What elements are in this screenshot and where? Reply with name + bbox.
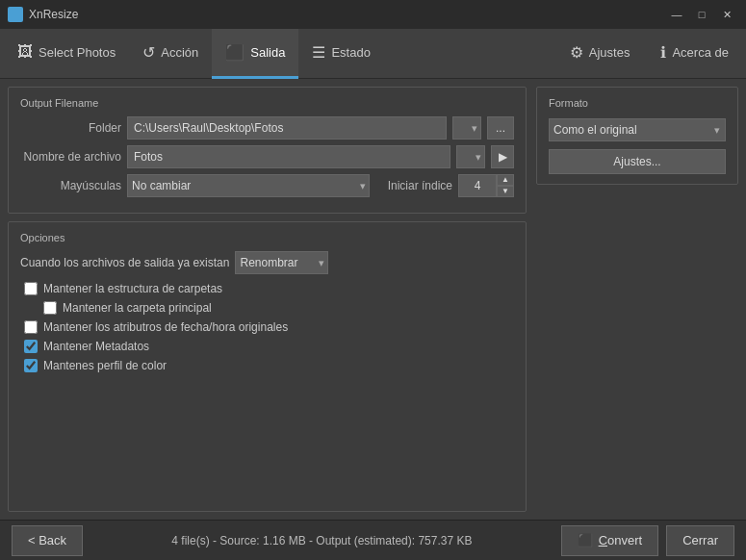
- tab-estado[interactable]: ☰ Estado: [298, 29, 383, 79]
- tab-salida-label: Salida: [250, 45, 285, 60]
- fecha-label: Mantener los atributros de fecha/hora or…: [43, 320, 288, 334]
- info-icon: ℹ: [660, 43, 666, 62]
- tab-accion-label: Acción: [161, 45, 198, 60]
- app-icon: [8, 7, 23, 22]
- metadatos-label: Mantener Metadatos: [43, 340, 149, 353]
- salida-icon: ⬛: [225, 43, 244, 62]
- status-text: 4 file(s) - Source: 1.16 MB - Output (es…: [171, 534, 472, 547]
- spinner-down-button[interactable]: ▼: [497, 186, 514, 197]
- convert-label: Convert: [599, 533, 643, 547]
- formato-title: Formato: [549, 97, 726, 109]
- formato-section: Formato Como el original JPEG PNG BMP TI…: [536, 87, 738, 185]
- spinner-up-button[interactable]: ▲: [497, 174, 514, 186]
- iniciar-input[interactable]: [458, 174, 497, 197]
- nombre-dropdown[interactable]: [456, 145, 485, 168]
- archivo-select[interactable]: Renombrar Sobreescribir Omitir: [235, 251, 328, 274]
- toolbar: 🖼 Select Photos ↺ Acción ⬛ Salida ☰ Esta…: [0, 29, 746, 79]
- perfil-label: Mantenes perfil de color: [43, 359, 167, 372]
- output-filename-title: Output Filename: [20, 97, 514, 109]
- perfil-checkbox[interactable]: [24, 359, 38, 372]
- accion-icon: ↺: [142, 43, 155, 62]
- folder-input[interactable]: [127, 116, 447, 140]
- folder-row: Folder ...: [20, 116, 514, 140]
- status-bar: < Back 4 file(s) - Source: 1.16 MB - Out…: [0, 520, 746, 560]
- formato-select[interactable]: Como el original JPEG PNG BMP TIFF WEBP: [549, 118, 726, 141]
- convert-button[interactable]: ⬛ Convert: [561, 525, 659, 556]
- mayusculas-select-wrapper: No cambiar Minúsculas Mayúsculas: [127, 174, 370, 197]
- mayusculas-select[interactable]: No cambiar Minúsculas Mayúsculas: [127, 174, 370, 197]
- left-panel: Output Filename Folder ... Nombre de arc…: [8, 87, 527, 512]
- gear-icon: ⚙: [570, 43, 583, 62]
- nombre-play-button[interactable]: ▶: [491, 145, 514, 168]
- status-actions: ⬛ Convert Cerrar: [561, 525, 734, 556]
- nombre-label: Nombre de archivo: [20, 150, 121, 164]
- folder-dropdown-wrapper: [452, 116, 481, 140]
- fecha-row: Mantener los atributros de fecha/hora or…: [20, 320, 514, 334]
- estructura-row: Mantener la estructura de carpetas: [20, 282, 514, 295]
- metadatos-row: Mantener Metadatos: [20, 340, 514, 353]
- estructura-checkbox[interactable]: [24, 282, 38, 295]
- ajustes-formato-button[interactable]: Ajustes...: [549, 149, 726, 174]
- right-panel: Formato Como el original JPEG PNG BMP TI…: [536, 87, 738, 512]
- principal-checkbox[interactable]: [43, 301, 57, 315]
- opciones-title: Opciones: [20, 232, 514, 243]
- archivo-label: Cuando los archivos de salida ya existan: [20, 256, 229, 269]
- tab-salida[interactable]: ⬛ Salida: [212, 29, 298, 79]
- minimize-button[interactable]: —: [665, 6, 688, 23]
- back-button[interactable]: < Back: [12, 525, 83, 556]
- principal-label: Mantener la carpeta principal: [63, 301, 212, 315]
- photos-icon: 🖼: [17, 43, 33, 61]
- cerrar-button[interactable]: Cerrar: [666, 525, 734, 556]
- acerca-button[interactable]: ℹ Acerca de: [647, 29, 742, 79]
- spinner-buttons: ▲ ▼: [497, 174, 514, 197]
- tab-accion[interactable]: ↺ Acción: [129, 29, 212, 79]
- toolbar-right: ⚙ Ajustes ℹ Acerca de: [556, 29, 742, 79]
- mayusculas-row: Mayúsculas No cambiar Minúsculas Mayúscu…: [20, 174, 514, 197]
- close-button[interactable]: ✕: [715, 6, 738, 23]
- ajustes-button[interactable]: ⚙ Ajustes: [556, 29, 644, 79]
- iniciar-label: Iniciar índice: [375, 179, 452, 192]
- output-filename-section: Output Filename Folder ... Nombre de arc…: [8, 87, 527, 214]
- principal-row: Mantener la carpeta principal: [20, 301, 514, 315]
- folder-browse-button[interactable]: ...: [487, 116, 514, 140]
- app-title: XnResize: [29, 8, 78, 21]
- mayusculas-label: Mayúsculas: [20, 179, 121, 192]
- iniciar-spinner: ▲ ▼: [458, 174, 514, 197]
- metadatos-checkbox[interactable]: [24, 340, 38, 353]
- back-label: < Back: [28, 533, 66, 547]
- archivo-select-wrapper: Renombrar Sobreescribir Omitir: [235, 251, 328, 274]
- title-bar: XnResize — □ ✕: [0, 0, 746, 29]
- main-content: Output Filename Folder ... Nombre de arc…: [0, 79, 746, 520]
- perfil-row: Mantenes perfil de color: [20, 359, 514, 372]
- title-bar-controls: — □ ✕: [665, 6, 738, 23]
- tab-select-photos-label: Select Photos: [39, 45, 116, 60]
- formato-select-wrapper: Como el original JPEG PNG BMP TIFF WEBP: [549, 118, 726, 141]
- convert-icon: ⬛: [578, 533, 593, 547]
- tab-select-photos[interactable]: 🖼 Select Photos: [4, 29, 129, 79]
- estado-icon: ☰: [312, 43, 325, 62]
- nombre-dropdown-wrapper: [456, 145, 485, 168]
- estructura-label: Mantener la estructura de carpetas: [43, 282, 222, 295]
- opciones-section: Opciones Cuando los archivos de salida y…: [8, 221, 527, 512]
- tab-estado-label: Estado: [331, 45, 370, 60]
- folder-dropdown[interactable]: [452, 116, 481, 140]
- archivo-row: Cuando los archivos de salida ya existan…: [20, 251, 514, 274]
- nombre-row: Nombre de archivo ▶: [20, 145, 514, 168]
- nombre-input[interactable]: [127, 145, 450, 168]
- acerca-label: Acerca de: [672, 45, 729, 60]
- fecha-checkbox[interactable]: [24, 320, 38, 334]
- ajustes-label: Ajustes: [589, 45, 630, 60]
- title-bar-left: XnResize: [8, 7, 78, 22]
- maximize-button[interactable]: □: [690, 6, 713, 23]
- folder-label: Folder: [20, 121, 121, 135]
